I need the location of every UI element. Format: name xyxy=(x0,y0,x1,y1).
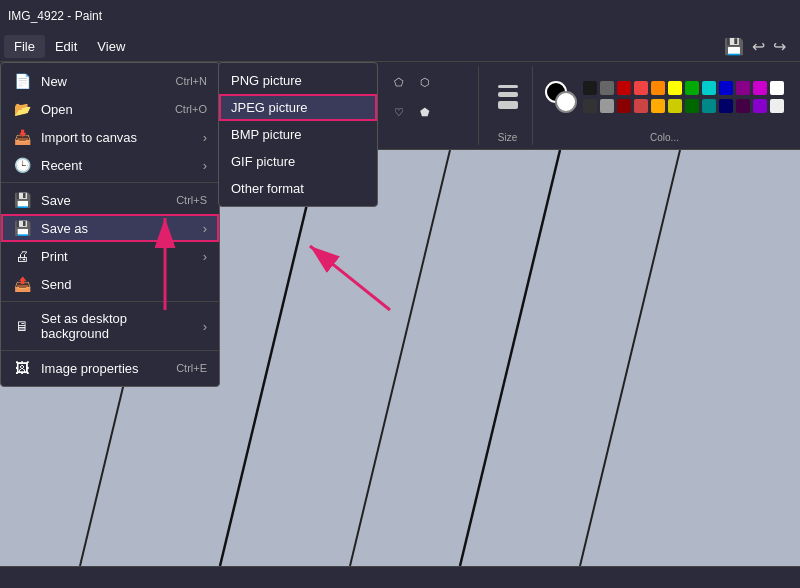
svg-line-5 xyxy=(580,150,680,566)
color-swatch-red[interactable] xyxy=(617,81,631,95)
file-menu-save[interactable]: 💾 Save Ctrl+S xyxy=(1,186,219,214)
color-swatch-blue[interactable] xyxy=(719,81,733,95)
open-label: Open xyxy=(41,102,165,117)
open-shortcut: Ctrl+O xyxy=(175,103,207,115)
file-menu-recent[interactable]: 🕒 Recent › xyxy=(1,151,219,179)
undo-icon[interactable]: ↩ xyxy=(752,37,765,56)
saveas-other-label: Other format xyxy=(231,181,304,196)
menu-bar: File Edit View 💾 ↩ ↪ xyxy=(0,32,800,62)
saveas-other[interactable]: Other format xyxy=(219,175,377,202)
print-arrow: › xyxy=(203,249,207,264)
saveas-png-label: PNG picture xyxy=(231,73,302,88)
saveas-bmp[interactable]: BMP picture xyxy=(219,121,377,148)
color-swatch-cyan[interactable] xyxy=(702,81,716,95)
custom-shape[interactable]: ⬟ xyxy=(411,98,439,126)
open-icon: 📂 xyxy=(13,101,31,117)
saveas-gif-label: GIF picture xyxy=(231,154,295,169)
saveas-gif[interactable]: GIF picture xyxy=(219,148,377,175)
saveas-icon: 💾 xyxy=(13,220,31,236)
saveas-jpeg-label: JPEG picture xyxy=(231,100,308,115)
size-large[interactable] xyxy=(498,101,518,109)
recent-label: Recent xyxy=(41,158,193,173)
color-swatch-pink[interactable] xyxy=(634,81,648,95)
saveas-bmp-label: BMP picture xyxy=(231,127,302,142)
size-label: Size xyxy=(498,132,517,143)
hexagon-shape[interactable]: ⬡ xyxy=(411,68,439,96)
saveas-jpeg[interactable]: JPEG picture xyxy=(219,94,377,121)
print-label: Print xyxy=(41,249,193,264)
svg-line-3 xyxy=(350,150,450,566)
saveas-label: Save as xyxy=(41,221,193,236)
heart-shape[interactable]: ♡ xyxy=(385,98,413,126)
size-small[interactable] xyxy=(498,85,518,88)
menu-edit[interactable]: Edit xyxy=(45,35,87,58)
send-label: Send xyxy=(41,277,207,292)
divider1 xyxy=(1,182,219,183)
send-icon: 📤 xyxy=(13,276,31,292)
save-label: Save xyxy=(41,193,166,208)
new-shortcut: Ctrl+N xyxy=(176,75,207,87)
save-icon[interactable]: 💾 xyxy=(724,37,744,56)
ribbon-size-section: Size xyxy=(483,66,533,145)
desktop-bg-arrow: › xyxy=(203,319,207,334)
file-menu-open[interactable]: 📂 Open Ctrl+O xyxy=(1,95,219,123)
color-swatch-purple[interactable] xyxy=(736,81,750,95)
color-swatch-yellow[interactable] xyxy=(668,81,682,95)
redo-icon[interactable]: ↪ xyxy=(773,37,786,56)
active-colors xyxy=(545,81,577,113)
properties-icon: 🖼 xyxy=(13,360,31,376)
title-bar: IMG_4922 - Paint xyxy=(0,0,800,32)
color-swatch-darkgray[interactable] xyxy=(583,99,597,113)
save-shortcut: Ctrl+S xyxy=(176,194,207,206)
size-medium[interactable] xyxy=(498,92,518,97)
svg-line-2 xyxy=(220,150,320,566)
desktop-bg-label: Set as desktop background xyxy=(41,311,193,341)
saveas-submenu: PNG picture JPEG picture BMP picture GIF… xyxy=(218,62,378,207)
svg-line-4 xyxy=(460,150,560,566)
status-bar xyxy=(0,566,800,588)
divider2 xyxy=(1,301,219,302)
pentagon-shape[interactable]: ⬠ xyxy=(385,68,413,96)
color-swatch-amber[interactable] xyxy=(651,99,665,113)
file-menu-send[interactable]: 📤 Send xyxy=(1,270,219,298)
saveas-png[interactable]: PNG picture xyxy=(219,67,377,94)
saveas-arrow: › xyxy=(203,221,207,236)
color-swatch-magenta[interactable] xyxy=(753,81,767,95)
color-swatch-darkpurple[interactable] xyxy=(736,99,750,113)
recent-arrow: › xyxy=(203,158,207,173)
divider3 xyxy=(1,350,219,351)
color-swatch-teal[interactable] xyxy=(702,99,716,113)
colors-label: Colo... xyxy=(650,132,679,143)
color-swatch-lightred[interactable] xyxy=(634,99,648,113)
new-icon: 📄 xyxy=(13,73,31,89)
color-swatch-gold[interactable] xyxy=(668,99,682,113)
color-swatch-orange[interactable] xyxy=(651,81,665,95)
import-label: Import to canvas xyxy=(41,130,193,145)
print-icon: 🖨 xyxy=(13,248,31,264)
background-color[interactable] xyxy=(555,91,577,113)
file-menu-import[interactable]: 📥 Import to canvas › xyxy=(1,123,219,151)
file-menu-print[interactable]: 🖨 Print › xyxy=(1,242,219,270)
file-menu-properties[interactable]: 🖼 Image properties Ctrl+E xyxy=(1,354,219,382)
color-swatch-violet[interactable] xyxy=(753,99,767,113)
title-bar-text: IMG_4922 - Paint xyxy=(8,9,102,23)
color-swatch-green[interactable] xyxy=(685,81,699,95)
color-swatch-white[interactable] xyxy=(770,81,784,95)
recent-icon: 🕒 xyxy=(13,157,31,173)
color-swatch-navy[interactable] xyxy=(719,99,733,113)
file-menu-new[interactable]: 📄 New Ctrl+N xyxy=(1,67,219,95)
menu-view[interactable]: View xyxy=(87,35,135,58)
color-swatch-black[interactable] xyxy=(583,81,597,95)
menu-file[interactable]: File xyxy=(4,35,45,58)
color-swatch-darkgreen[interactable] xyxy=(685,99,699,113)
color-swatch-darkred[interactable] xyxy=(617,99,631,113)
color-swatch-lightgray[interactable] xyxy=(770,99,784,113)
save-file-icon: 💾 xyxy=(13,192,31,208)
file-menu-desktop-bg[interactable]: 🖥 Set as desktop background › xyxy=(1,305,219,347)
import-icon: 📥 xyxy=(13,129,31,145)
file-menu-dropdown: 📄 New Ctrl+N 📂 Open Ctrl+O 📥 Import to c… xyxy=(0,62,220,387)
file-menu-saveas[interactable]: 💾 Save as › xyxy=(1,214,219,242)
color-swatch-medgray[interactable] xyxy=(600,99,614,113)
properties-shortcut: Ctrl+E xyxy=(176,362,207,374)
color-swatch-gray[interactable] xyxy=(600,81,614,95)
